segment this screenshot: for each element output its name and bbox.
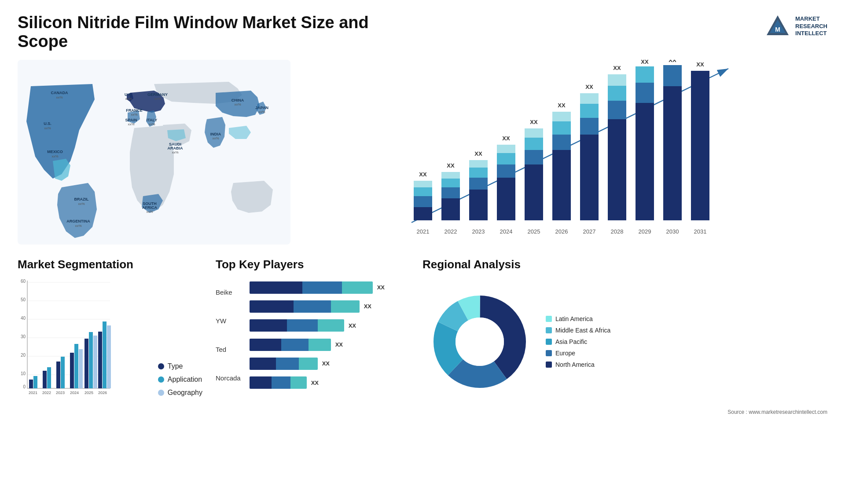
svg-text:CANADA: CANADA <box>51 91 68 95</box>
svg-text:XX: XX <box>641 60 649 65</box>
svg-rect-51 <box>469 168 488 178</box>
svg-text:XX: XX <box>585 84 593 90</box>
svg-text:2031: 2031 <box>694 228 707 235</box>
svg-text:CHINA: CHINA <box>231 98 244 102</box>
svg-text:2024: 2024 <box>500 228 513 235</box>
players-list: Beike YW Ted Norcada XX <box>216 278 409 392</box>
svg-rect-129 <box>98 332 102 388</box>
svg-rect-76 <box>580 93 599 104</box>
player-name-ted: Ted <box>216 346 241 353</box>
svg-text:AFRICA: AFRICA <box>142 205 157 210</box>
legend-la-color <box>546 316 552 322</box>
svg-rect-85 <box>636 103 654 220</box>
bar-label-4: XX <box>335 341 343 348</box>
svg-rect-73 <box>580 135 599 220</box>
svg-text:XX: XX <box>613 65 621 71</box>
svg-rect-118 <box>56 362 60 388</box>
player-bar-row-4: XX <box>250 339 409 351</box>
legend-latin-america: Latin America <box>546 315 610 322</box>
bar-seg1 <box>250 339 281 351</box>
svg-rect-38 <box>414 196 432 207</box>
svg-rect-37 <box>414 207 432 220</box>
svg-text:XX: XX <box>696 61 704 68</box>
player-bar-row-6: XX <box>250 376 409 389</box>
legend-type-dot <box>158 363 164 369</box>
bar-seg2 <box>272 376 290 389</box>
svg-rect-52 <box>469 160 488 168</box>
svg-rect-79 <box>608 119 626 220</box>
svg-text:10: 10 <box>21 371 26 376</box>
segmentation-bars: 60 50 40 30 20 10 0 <box>18 276 145 397</box>
svg-rect-87 <box>636 66 654 83</box>
svg-rect-50 <box>469 178 488 190</box>
svg-text:xx%: xx% <box>234 102 241 106</box>
player-bar-5 <box>250 358 318 370</box>
regional-content: Latin America Middle East & Africa Asia … <box>422 278 827 405</box>
svg-rect-82 <box>608 74 626 86</box>
player-bar-row-5: XX <box>250 358 409 370</box>
svg-text:2028: 2028 <box>611 228 624 235</box>
legend-type: Type <box>158 362 202 370</box>
legend-ap-color <box>546 339 552 345</box>
svg-rect-131 <box>107 325 111 388</box>
bar-seg3 <box>331 300 360 313</box>
bar-seg2 <box>294 300 331 313</box>
bar-seg3 <box>290 376 307 389</box>
svg-text:2024: 2024 <box>70 391 79 395</box>
svg-rect-81 <box>608 86 626 101</box>
player-bar-row-3: XX <box>250 319 409 332</box>
legend-geo-label: Geography <box>168 389 202 397</box>
legend-middle-east: Middle East & Africa <box>546 327 610 334</box>
bar-seg3 <box>342 281 373 294</box>
bar-seg1 <box>250 281 302 294</box>
svg-text:INDIA: INDIA <box>210 132 221 136</box>
svg-text:JAPAN: JAPAN <box>255 106 268 110</box>
svg-text:xx%: xx% <box>154 97 161 101</box>
svg-text:2021: 2021 <box>417 228 430 235</box>
bar-label-3: XX <box>349 322 356 329</box>
legend-mea-color <box>546 327 552 333</box>
svg-text:xx%: xx% <box>172 150 178 154</box>
segmentation-title: Market Segmentation <box>18 258 202 271</box>
players-title: Top Key Players <box>216 258 409 271</box>
player-bar-3 <box>250 319 344 332</box>
player-names: Beike YW Ted Norcada <box>216 278 241 392</box>
bottom-section: Market Segmentation 60 50 40 30 20 10 0 <box>18 258 827 412</box>
svg-text:2026: 2026 <box>555 228 568 235</box>
svg-rect-127 <box>93 336 97 388</box>
svg-rect-56 <box>497 164 515 178</box>
player-bar-list: XX XX <box>250 278 409 392</box>
svg-text:xx%: xx% <box>44 126 51 130</box>
svg-rect-68 <box>552 135 571 150</box>
legend-na-label: North America <box>555 361 595 368</box>
bar-seg2 <box>287 319 318 332</box>
svg-text:40: 40 <box>21 316 26 321</box>
svg-rect-115 <box>43 371 47 388</box>
svg-text:2030: 2030 <box>666 228 679 235</box>
svg-text:U.S.: U.S. <box>44 121 51 126</box>
svg-text:2027: 2027 <box>583 228 596 235</box>
svg-text:MEXICO: MEXICO <box>47 150 63 154</box>
svg-rect-43 <box>441 198 460 220</box>
svg-rect-57 <box>497 153 515 164</box>
svg-rect-123 <box>79 349 83 388</box>
legend-geography: Geography <box>158 389 202 397</box>
regional-title: Regional Analysis <box>422 258 827 271</box>
bar-seg1 <box>250 300 294 313</box>
svg-text:xx%: xx% <box>78 202 84 206</box>
svg-rect-119 <box>61 357 65 388</box>
pie-chart-svg <box>422 285 537 399</box>
player-name-yw: YW <box>216 317 241 325</box>
svg-rect-74 <box>580 118 599 135</box>
legend-eu-label: Europe <box>555 350 575 357</box>
svg-text:2025: 2025 <box>84 391 93 395</box>
logo-text: MARKET RESEARCH INTELLECT <box>795 15 827 38</box>
page-header: Silicon Nitride Film Window Market Size … <box>18 13 827 51</box>
bar-seg2 <box>276 358 299 370</box>
svg-text:FRANCE: FRANCE <box>126 108 143 113</box>
bar-label-5: XX <box>322 360 330 367</box>
player-name-norcada: Norcada <box>216 374 241 382</box>
svg-rect-86 <box>636 83 654 103</box>
bar-label-2: XX <box>364 303 371 310</box>
svg-text:xx%: xx% <box>56 95 62 99</box>
